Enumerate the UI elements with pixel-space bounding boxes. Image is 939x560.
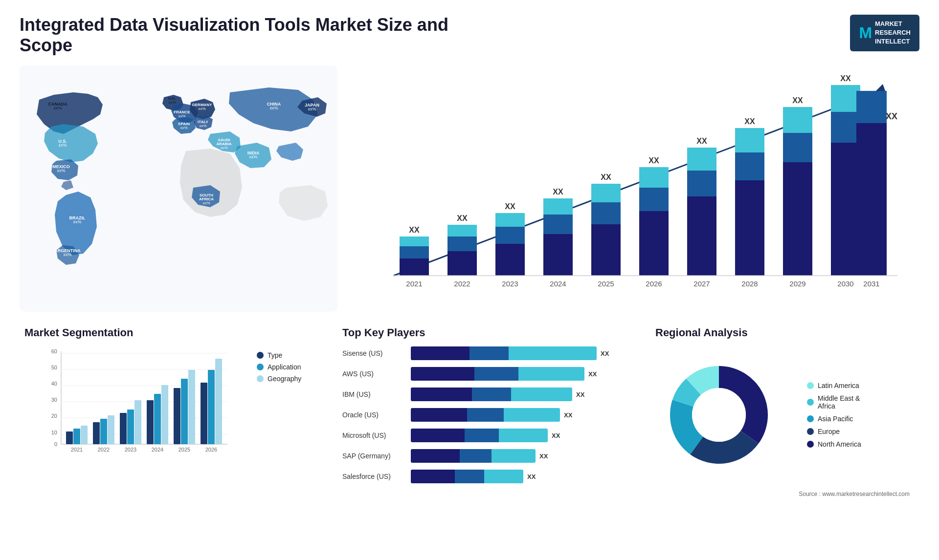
bar-2021-dark (400, 258, 429, 276)
legend-latin-america: Latin America (807, 382, 861, 389)
svg-rect-15 (66, 431, 73, 444)
player-bar-salesforce (411, 470, 523, 483)
svg-rect-24 (147, 400, 154, 444)
player-row-microsoft: Microsoft (US) XX (342, 429, 626, 442)
svg-rect-21 (120, 413, 127, 444)
source-text: Source : www.marketresearchintellect.com (655, 491, 910, 497)
player-bar-sisense-light (509, 346, 597, 360)
legend-geography-dot (257, 375, 264, 382)
bar-2027-label: XX (696, 137, 707, 145)
bar-2022-light (447, 225, 477, 237)
player-bar-sisense-dark (411, 346, 470, 360)
donut-chart-svg (655, 346, 792, 483)
legend-mea: Middle East &Africa (807, 394, 861, 410)
player-bar-sap-dark (411, 449, 460, 463)
players-title: Top Key Players (342, 326, 626, 339)
player-bar-microsoft-mid (465, 429, 499, 442)
sea-shape (276, 143, 303, 161)
player-label-oracle: XX (564, 411, 572, 419)
svg-text:40: 40 (51, 381, 57, 387)
legend-mea-dot (807, 399, 814, 406)
year-2028: 2028 (741, 280, 758, 288)
player-row-ibm: IBM (US) XX (342, 388, 626, 401)
player-bar-sap-mid (460, 449, 492, 463)
year-2024: 2024 (550, 280, 566, 288)
player-bar-container-salesforce: XX (411, 470, 626, 483)
spain-value: xx% (180, 126, 187, 130)
donut-legend: Latin America Middle East &Africa Asia P… (807, 382, 861, 448)
player-label-sap: XX (539, 452, 548, 460)
player-bar-salesforce-dark (411, 470, 455, 483)
central-america-shape (61, 180, 73, 190)
bar-2028-label: XX (744, 117, 755, 126)
player-bar-sisense (411, 346, 597, 360)
brazil-value: xx% (73, 219, 81, 224)
player-row-aws: AWS (US) XX (342, 367, 626, 381)
germany-value: xx% (198, 107, 205, 111)
legend-geography-label: Geography (268, 375, 301, 383)
bar-2022-dark (447, 251, 477, 276)
bar-2028-mid (735, 152, 764, 180)
svg-text:20: 20 (51, 413, 57, 419)
japan-value: xx% (308, 107, 316, 111)
players-list: Sisense (US) XX AWS (US) (342, 346, 626, 483)
player-bar-oracle-light (504, 408, 560, 422)
bar-chart-section: XX XX XX XX XX XX (347, 65, 919, 312)
svg-rect-22 (127, 409, 134, 444)
legend-apac: Asia Pacific (807, 415, 861, 423)
player-bar-container-aws: XX (411, 367, 626, 381)
svg-rect-16 (73, 429, 80, 444)
bar-2023-mid (495, 227, 525, 244)
bar-2029-light (783, 107, 812, 133)
svg-rect-30 (201, 383, 207, 444)
year-2031: 2031 (863, 280, 879, 288)
bar-2029-label: XX (792, 96, 803, 105)
svg-rect-20 (108, 415, 114, 444)
bar-2026-light (639, 167, 669, 188)
svg-text:2025: 2025 (179, 447, 190, 452)
logo-icon: M (859, 22, 872, 44)
bar-2022-mid (447, 237, 477, 251)
donut-group (670, 366, 768, 464)
legend-na-dot (807, 441, 814, 448)
logo-line3: INTELLECT (875, 37, 911, 46)
player-bar-sap-light (492, 449, 536, 463)
segmentation-chart-svg: 60 50 40 30 20 10 0 (42, 346, 227, 464)
player-bar-microsoft-dark (411, 429, 465, 442)
legend-north-america: North America (807, 440, 861, 448)
bar-2031-label: XX (886, 111, 897, 121)
player-name-sap: SAP (Germany) (342, 452, 406, 460)
year-2029: 2029 (789, 280, 805, 288)
player-bar-ibm-mid (472, 388, 511, 401)
legend-na-label: North America (818, 440, 861, 448)
bar-2031-mid (856, 91, 887, 123)
svg-text:2024: 2024 (152, 447, 163, 452)
bar-2031-dark (856, 123, 887, 276)
legend-europe-dot (807, 428, 814, 435)
argentina-value: xx% (63, 252, 71, 257)
player-bar-salesforce-mid (455, 470, 484, 483)
bar-2024-label: XX (553, 188, 563, 196)
player-label-microsoft: XX (552, 432, 560, 439)
regional-title: Regional Analysis (655, 326, 910, 339)
france-value: xx% (178, 114, 185, 118)
legend-apac-label: Asia Pacific (818, 415, 853, 423)
player-bar-ibm (411, 388, 572, 401)
bar-2026-label: XX (648, 156, 659, 165)
svg-text:30: 30 (51, 397, 57, 403)
svg-text:2023: 2023 (125, 447, 136, 452)
legend-geography: Geography (257, 375, 301, 383)
bar-2025-label: XX (601, 173, 611, 181)
year-2030: 2030 (837, 280, 853, 288)
legend-type-label: Type (268, 351, 282, 359)
player-bar-oracle-dark (411, 408, 467, 422)
player-bar-aws-light (518, 367, 584, 381)
bar-2027-light (687, 148, 716, 171)
legend-type: Type (257, 351, 301, 359)
year-2027: 2027 (693, 280, 710, 288)
southafrica-value: xx% (202, 201, 210, 205)
seg-content: 60 50 40 30 20 10 0 (24, 346, 318, 466)
svg-rect-32 (215, 359, 222, 444)
logo-area: M MARKET RESEARCH INTELLECT (850, 15, 919, 51)
bar-2027-mid (687, 171, 716, 196)
